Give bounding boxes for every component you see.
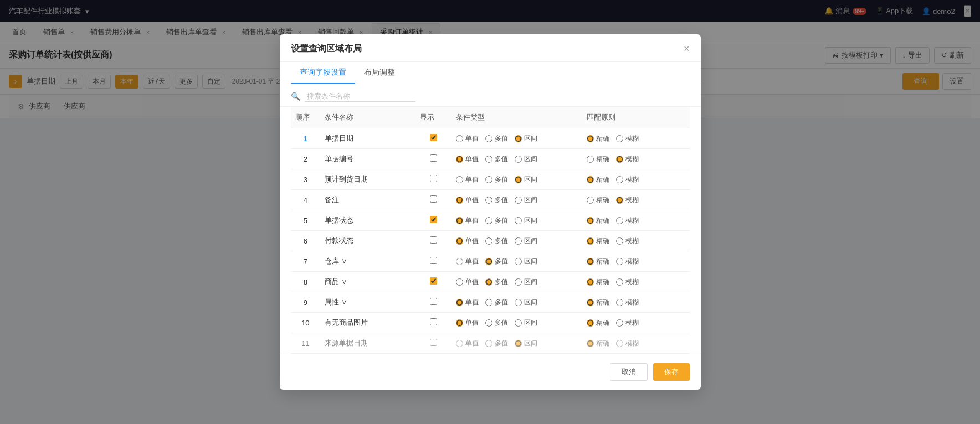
row-show-5[interactable] xyxy=(415,231,451,251)
show-checkbox-1[interactable] xyxy=(430,154,437,162)
type-option-单值-3[interactable]: 单值 xyxy=(456,195,479,205)
show-checkbox-5[interactable] xyxy=(430,236,437,244)
type-option-区间-3[interactable]: 区间 xyxy=(515,195,537,205)
match-option-模糊-10[interactable]: 模糊 xyxy=(616,339,639,340)
type-radio-单值-9[interactable] xyxy=(456,319,463,327)
row-show-6[interactable] xyxy=(415,251,451,272)
type-option-单值-8[interactable]: 单值 xyxy=(456,298,479,307)
type-option-多值-7[interactable]: 多值 xyxy=(485,277,508,287)
type-option-区间-8[interactable]: 区间 xyxy=(515,298,537,307)
type-radio-区间-7[interactable] xyxy=(515,278,522,286)
type-option-区间-6[interactable]: 区间 xyxy=(515,257,537,266)
match-option-模糊-7[interactable]: 模糊 xyxy=(616,277,639,287)
type-radio-区间-1[interactable] xyxy=(515,156,522,163)
type-radio-多值-0[interactable] xyxy=(485,135,492,142)
type-option-区间-4[interactable]: 区间 xyxy=(515,216,537,225)
match-option-模糊-5[interactable]: 模糊 xyxy=(616,236,639,246)
match-radio-精确-3[interactable] xyxy=(587,197,594,204)
match-radio-模糊-10[interactable] xyxy=(616,340,623,340)
type-radio-多值-1[interactable] xyxy=(485,156,492,163)
type-radio-多值-8[interactable] xyxy=(485,299,492,306)
type-radio-单值-5[interactable] xyxy=(456,237,463,245)
type-option-区间-10[interactable]: 区间 xyxy=(515,339,537,340)
row-show-0[interactable] xyxy=(415,128,451,149)
type-radio-区间-9[interactable] xyxy=(515,319,522,327)
match-radio-模糊-6[interactable] xyxy=(616,258,623,265)
type-radio-区间-8[interactable] xyxy=(515,299,522,306)
row-show-3[interactable] xyxy=(415,190,451,210)
type-radio-区间-4[interactable] xyxy=(515,217,522,224)
match-radio-模糊-5[interactable] xyxy=(616,237,623,245)
type-option-区间-1[interactable]: 区间 xyxy=(515,154,537,164)
match-radio-精确-5[interactable] xyxy=(587,237,594,245)
match-radio-精确-4[interactable] xyxy=(587,217,594,224)
match-option-模糊-4[interactable]: 模糊 xyxy=(616,216,639,225)
type-radio-区间-6[interactable] xyxy=(515,258,522,265)
type-option-单值-5[interactable]: 单值 xyxy=(456,236,479,246)
type-radio-多值-2[interactable] xyxy=(485,176,492,183)
type-option-多值-3[interactable]: 多值 xyxy=(485,195,508,205)
type-option-区间-7[interactable]: 区间 xyxy=(515,277,537,287)
show-checkbox-2[interactable] xyxy=(430,175,437,182)
match-option-模糊-2[interactable]: 模糊 xyxy=(616,175,639,184)
match-radio-模糊-2[interactable] xyxy=(616,176,623,183)
type-radio-区间-0[interactable] xyxy=(515,135,522,142)
type-option-多值-9[interactable]: 多值 xyxy=(485,318,508,328)
type-option-多值-6[interactable]: 多值 xyxy=(485,257,508,266)
match-option-精确-7[interactable]: 精确 xyxy=(587,277,609,287)
match-option-模糊-0[interactable]: 模糊 xyxy=(616,134,639,143)
type-option-多值-2[interactable]: 多值 xyxy=(485,175,508,184)
type-radio-单值-1[interactable] xyxy=(456,156,463,163)
type-radio-单值-4[interactable] xyxy=(456,217,463,224)
match-radio-精确-0[interactable] xyxy=(587,135,594,142)
match-radio-精确-2[interactable] xyxy=(587,176,594,183)
type-radio-多值-10[interactable] xyxy=(485,340,492,340)
match-radio-模糊-1[interactable] xyxy=(616,156,623,163)
type-option-单值-7[interactable]: 单值 xyxy=(456,277,479,287)
match-option-精确-2[interactable]: 精确 xyxy=(587,175,609,184)
match-option-精确-6[interactable]: 精确 xyxy=(587,257,609,266)
dialog-tab-layout[interactable]: 布局调整 xyxy=(355,62,404,84)
match-option-模糊-3[interactable]: 模糊 xyxy=(616,195,639,205)
show-checkbox-6[interactable] xyxy=(430,257,437,264)
match-option-精确-9[interactable]: 精确 xyxy=(587,318,609,328)
type-radio-单值-6[interactable] xyxy=(456,258,463,265)
show-checkbox-8[interactable] xyxy=(430,298,437,305)
type-option-区间-0[interactable]: 区间 xyxy=(515,134,537,143)
match-option-模糊-9[interactable]: 模糊 xyxy=(616,318,639,328)
type-radio-多值-6[interactable] xyxy=(485,258,492,265)
row-show-10[interactable] xyxy=(415,333,451,340)
type-option-多值-4[interactable]: 多值 xyxy=(485,216,508,225)
match-option-精确-4[interactable]: 精确 xyxy=(587,216,609,225)
show-checkbox-7[interactable] xyxy=(430,277,437,285)
row-show-8[interactable] xyxy=(415,292,451,313)
match-option-精确-1[interactable]: 精确 xyxy=(587,154,609,164)
type-radio-区间-5[interactable] xyxy=(515,237,522,245)
type-option-单值-10[interactable]: 单值 xyxy=(456,339,479,340)
type-radio-单值-7[interactable] xyxy=(456,278,463,286)
match-option-模糊-6[interactable]: 模糊 xyxy=(616,257,639,266)
type-option-多值-10[interactable]: 多值 xyxy=(485,339,508,340)
type-option-多值-1[interactable]: 多值 xyxy=(485,154,508,164)
type-option-区间-5[interactable]: 区间 xyxy=(515,236,537,246)
match-option-精确-8[interactable]: 精确 xyxy=(587,298,609,307)
type-radio-多值-3[interactable] xyxy=(485,197,492,204)
type-option-区间-2[interactable]: 区间 xyxy=(515,175,537,184)
type-option-多值-8[interactable]: 多值 xyxy=(485,298,508,307)
type-option-单值-6[interactable]: 单值 xyxy=(456,257,479,266)
dialog-tab-fields[interactable]: 查询字段设置 xyxy=(291,62,355,84)
type-radio-单值-10[interactable] xyxy=(456,340,463,340)
match-radio-精确-1[interactable] xyxy=(587,156,594,163)
type-option-多值-0[interactable]: 多值 xyxy=(485,134,508,143)
type-option-单值-9[interactable]: 单值 xyxy=(456,318,479,328)
type-radio-单值-0[interactable] xyxy=(456,135,463,142)
match-radio-精确-10[interactable] xyxy=(587,340,594,340)
row-show-9[interactable] xyxy=(415,313,451,333)
type-option-多值-5[interactable]: 多值 xyxy=(485,236,508,246)
match-radio-精确-6[interactable] xyxy=(587,258,594,265)
row-show-4[interactable] xyxy=(415,210,451,231)
match-radio-精确-7[interactable] xyxy=(587,278,594,286)
show-checkbox-3[interactable] xyxy=(430,195,437,203)
type-radio-单值-8[interactable] xyxy=(456,299,463,306)
show-checkbox-9[interactable] xyxy=(430,318,437,325)
